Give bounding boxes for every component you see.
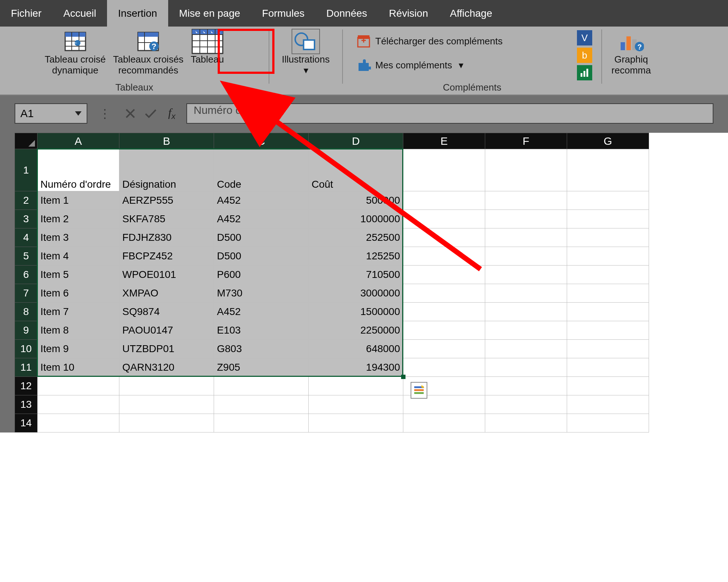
cell[interactable]: 1000000 xyxy=(309,210,403,228)
cell[interactable]: SQ9874 xyxy=(119,303,214,321)
cell[interactable]: Item 9 xyxy=(37,340,119,358)
cell[interactable]: E103 xyxy=(214,321,309,340)
cell[interactable]: 194300 xyxy=(309,358,403,377)
cell[interactable] xyxy=(567,303,649,321)
cell[interactable]: Coût xyxy=(309,149,403,191)
cell[interactable]: QARN3120 xyxy=(119,358,214,377)
cell[interactable] xyxy=(485,210,567,228)
cell[interactable] xyxy=(309,414,403,432)
cell[interactable] xyxy=(403,247,485,266)
visio-addin-tile[interactable]: V xyxy=(577,30,592,45)
people-graph-tile[interactable] xyxy=(577,65,592,80)
download-addins-button[interactable]: Télécharger des compléments xyxy=(352,32,573,51)
cell[interactable] xyxy=(567,358,649,377)
enter-formula-button[interactable] xyxy=(141,103,161,124)
cell[interactable]: FBCPZ452 xyxy=(119,247,214,266)
cell[interactable] xyxy=(567,247,649,266)
cell[interactable] xyxy=(309,377,403,395)
cell[interactable]: G803 xyxy=(214,340,309,358)
row-header[interactable]: 8 xyxy=(15,303,37,321)
cell[interactable] xyxy=(214,414,309,432)
cell[interactable]: D500 xyxy=(214,228,309,247)
tab-affichage[interactable]: Affichage xyxy=(439,0,503,27)
cell[interactable] xyxy=(403,266,485,284)
tab-donnees[interactable]: Données xyxy=(316,0,378,27)
cell[interactable]: Désignation xyxy=(119,149,214,191)
cell[interactable]: Item 6 xyxy=(37,284,119,303)
column-header[interactable]: C xyxy=(214,133,309,149)
tab-revision[interactable]: Révision xyxy=(378,0,439,27)
cell[interactable]: Item 7 xyxy=(37,303,119,321)
row-header[interactable]: 12 xyxy=(15,377,37,395)
chevron-down-icon[interactable] xyxy=(75,111,82,116)
cell[interactable]: 252500 xyxy=(309,228,403,247)
row-header[interactable]: 2 xyxy=(15,191,37,210)
bing-addin-tile[interactable]: b xyxy=(577,48,592,63)
tab-formules[interactable]: Formules xyxy=(251,0,316,27)
row-header[interactable]: 1 xyxy=(15,149,37,191)
cell[interactable] xyxy=(485,321,567,340)
cell[interactable] xyxy=(119,377,214,395)
cell[interactable] xyxy=(485,358,567,377)
quick-analysis-button[interactable] xyxy=(411,382,427,399)
cell[interactable] xyxy=(309,395,403,414)
cell[interactable]: Item 3 xyxy=(37,228,119,247)
cell[interactable] xyxy=(485,266,567,284)
cell[interactable]: PAOU0147 xyxy=(119,321,214,340)
cancel-formula-button[interactable] xyxy=(120,103,141,124)
cell[interactable]: 3000000 xyxy=(309,284,403,303)
more-options-icon[interactable]: ⋮ xyxy=(95,103,115,124)
column-header[interactable]: F xyxy=(485,133,567,149)
row-header[interactable]: 5 xyxy=(15,247,37,266)
column-header[interactable]: A xyxy=(37,133,119,149)
cell[interactable] xyxy=(403,303,485,321)
cell[interactable]: Item 4 xyxy=(37,247,119,266)
selection-fill-handle[interactable] xyxy=(401,375,405,379)
cell[interactable] xyxy=(214,395,309,414)
cell[interactable]: 648000 xyxy=(309,340,403,358)
row-header[interactable]: 4 xyxy=(15,228,37,247)
cell[interactable]: WPOE0101 xyxy=(119,266,214,284)
tab-accueil[interactable]: Accueil xyxy=(52,0,107,27)
cell[interactable] xyxy=(37,395,119,414)
pivot-table-button[interactable]: Tableau croisé dynamique xyxy=(41,27,110,76)
cell[interactable]: Item 1 xyxy=(37,191,119,210)
cell[interactable]: Code xyxy=(214,149,309,191)
cell[interactable] xyxy=(37,414,119,432)
name-box[interactable]: A1 xyxy=(15,103,87,124)
cell[interactable] xyxy=(485,303,567,321)
cell[interactable]: Z905 xyxy=(214,358,309,377)
cell[interactable] xyxy=(119,395,214,414)
cell[interactable]: A452 xyxy=(214,210,309,228)
cell[interactable] xyxy=(37,377,119,395)
cell[interactable]: Item 5 xyxy=(37,266,119,284)
row-header[interactable]: 11 xyxy=(15,358,37,377)
illustrations-button[interactable]: Illustrations▾ xyxy=(278,27,333,76)
cell[interactable]: 2250000 xyxy=(309,321,403,340)
tab-insertion[interactable]: Insertion xyxy=(107,0,168,27)
cell[interactable] xyxy=(485,340,567,358)
cell[interactable] xyxy=(403,191,485,210)
cell[interactable] xyxy=(403,340,485,358)
cell[interactable] xyxy=(485,284,567,303)
cell[interactable] xyxy=(485,247,567,266)
cell[interactable] xyxy=(567,228,649,247)
cell[interactable] xyxy=(403,321,485,340)
recommended-pivot-button[interactable]: ? Tableaux croisés recommandés xyxy=(109,27,187,76)
cell[interactable] xyxy=(567,191,649,210)
row-header[interactable]: 9 xyxy=(15,321,37,340)
cell[interactable]: Item 10 xyxy=(37,358,119,377)
cell[interactable]: Item 8 xyxy=(37,321,119,340)
cell[interactable]: SKFA785 xyxy=(119,210,214,228)
cell[interactable] xyxy=(567,149,649,191)
cell[interactable] xyxy=(403,210,485,228)
tab-mise-en-page[interactable]: Mise en page xyxy=(168,0,251,27)
cell[interactable] xyxy=(403,228,485,247)
cell[interactable]: D500 xyxy=(214,247,309,266)
cell[interactable]: UTZBDP01 xyxy=(119,340,214,358)
cell[interactable] xyxy=(403,284,485,303)
row-header[interactable]: 3 xyxy=(15,210,37,228)
cell[interactable]: Item 2 xyxy=(37,210,119,228)
cell[interactable]: Numéro d'ordre xyxy=(37,149,119,191)
formula-input[interactable]: Numéro d'ordre xyxy=(186,103,713,124)
